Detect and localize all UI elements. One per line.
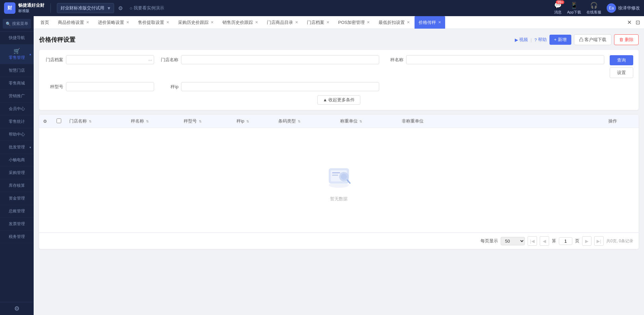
- first-page-button[interactable]: |◀: [528, 236, 537, 246]
- tab-min-discount[interactable]: 最低折扣设置 ✕: [374, 16, 414, 29]
- sort-arrows-icon[interactable]: ⇅: [298, 119, 300, 123]
- set-button[interactable]: 设置: [610, 67, 633, 78]
- help-button[interactable]: ? 帮助: [534, 37, 546, 43]
- content-area: 首页 商品价格设置 ✕ 进价策略设置 ✕ 售价提取设置 ✕ 采购历史价跟踪 ✕ …: [34, 16, 644, 315]
- tab-purchase-strategy[interactable]: 进价策略设置 ✕: [94, 16, 133, 29]
- sort-arrows-icon[interactable]: ⇅: [199, 119, 202, 123]
- store-file-input[interactable]: [66, 55, 154, 64]
- scale-model-label: 秤型号: [44, 84, 63, 90]
- next-page-button[interactable]: ▶: [582, 236, 592, 246]
- empty-state-row: 暂无数据: [39, 128, 639, 233]
- tab-sale-price[interactable]: 售价提取设置 ✕: [134, 16, 173, 29]
- sidebar-settings-button[interactable]: ⚙: [14, 305, 20, 312]
- sidebar-item-retail-stats[interactable]: 零售统计: [0, 115, 34, 128]
- store-name-label: 门店名称: [159, 57, 178, 63]
- page-title: 价格传秤设置: [39, 36, 75, 44]
- sort-arrows-icon[interactable]: ⇅: [146, 119, 149, 123]
- tab-price-scale[interactable]: 价格传秤 ✕: [415, 16, 445, 29]
- table-body: 暂无数据: [39, 128, 639, 233]
- tab-close-icon[interactable]: ✕: [438, 20, 441, 25]
- sidebar-item-wholesale-mgmt[interactable]: 批发管理 ▼: [0, 141, 34, 154]
- download-client-button[interactable]: 凸 客户端下载: [574, 34, 612, 45]
- tab-close-window-button[interactable]: ✕: [626, 19, 633, 26]
- sidebar-item-help[interactable]: 帮助中心: [0, 128, 34, 141]
- scale-name-input[interactable]: [406, 55, 604, 64]
- sort-arrows-icon[interactable]: ⇅: [246, 119, 249, 123]
- message-button[interactable]: 💬 消息 99+: [554, 2, 562, 15]
- online-service-button[interactable]: 🎧 在线客服: [586, 2, 601, 15]
- per-page-select[interactable]: 10 20 50 100: [501, 237, 525, 245]
- tab-goods-price[interactable]: 商品价格设置 ✕: [54, 16, 93, 29]
- sidebar-item-finance-mgmt[interactable]: 资金管理: [0, 192, 34, 205]
- demo-button[interactable]: ○ 我要看实例演示: [130, 5, 164, 11]
- sidebar-item-purchase-mgmt[interactable]: 采购管理: [0, 167, 34, 179]
- scale-ip-input[interactable]: [181, 82, 379, 91]
- sidebar-item-ecommerce[interactable]: 小畅电商: [0, 154, 34, 167]
- page-content: 价格传秤设置 ▶ 视频 | ? 帮助 + 新增 凸 客户端下载: [34, 29, 644, 315]
- page-header-actions: ▶ 视频 | ? 帮助 + 新增 凸 客户端下载 🗑 删除: [515, 34, 639, 45]
- store-file-ellipsis-button[interactable]: ···: [148, 57, 152, 63]
- sidebar-item-tax-mgmt[interactable]: 税务管理: [0, 231, 34, 243]
- sidebar-item-smart-store[interactable]: 智慧门店: [0, 64, 34, 77]
- svg-point-4: [341, 174, 347, 180]
- collapse-button[interactable]: ▲ 收起更多条件: [317, 95, 360, 105]
- th-settings: ⚙: [39, 115, 52, 128]
- search-menu-button[interactable]: 🔍 搜索菜单: [3, 19, 31, 29]
- tab-close-icon[interactable]: ✕: [126, 20, 129, 25]
- select-all-checkbox[interactable]: [57, 118, 61, 123]
- tab-close-icon[interactable]: ✕: [255, 20, 258, 25]
- sidebar-item-marketing[interactable]: 营销推广: [0, 90, 34, 103]
- sidebar-item-general-ledger[interactable]: 总账管理: [0, 205, 34, 218]
- topbar-settings-button[interactable]: ⚙: [118, 5, 123, 11]
- top-bar-right: 💬 消息 99+ 📱 App下载 🎧 在线客服 Ea 徐泽华修改: [554, 2, 640, 15]
- query-button[interactable]: 查询: [610, 55, 633, 65]
- tab-close-icon[interactable]: ✕: [211, 20, 214, 25]
- tab-maximize-button[interactable]: ⊡: [634, 19, 641, 26]
- tab-close-icon[interactable]: ✕: [86, 20, 89, 25]
- settings-col-icon[interactable]: ⚙: [43, 119, 47, 124]
- prev-page-button[interactable]: ◀: [540, 236, 549, 246]
- sort-arrows-icon[interactable]: ⇅: [359, 119, 362, 123]
- tab-sales-history[interactable]: 销售历史价跟踪 ✕: [218, 16, 262, 29]
- divider-vertical: [50, 3, 51, 13]
- sidebar-item-member[interactable]: 会员中心: [0, 103, 34, 115]
- sidebar-item-retail-mgmt[interactable]: 🛒 零售管理 ▲: [0, 44, 34, 64]
- tab-store-file[interactable]: 门店档案 ✕: [303, 16, 333, 29]
- th-weight-unit: 称重单位 ⇅: [336, 115, 398, 128]
- tab-purchase-history[interactable]: 采购历史价跟踪 ✕: [174, 16, 218, 29]
- filter-placeholder: [385, 82, 604, 91]
- sidebar-item-invoice-mgmt[interactable]: 发票管理: [0, 218, 34, 231]
- sidebar-item-quick-nav[interactable]: 快捷导航: [0, 32, 34, 44]
- video-icon: ▶: [515, 37, 518, 42]
- app-download-button[interactable]: 📱 App下载: [567, 2, 581, 15]
- sidebar-item-inventory[interactable]: 库存核算: [0, 179, 34, 192]
- tab-close-icon[interactable]: ✕: [326, 20, 329, 25]
- tab-store-catalog[interactable]: 门店商品目录 ✕: [263, 16, 302, 29]
- tab-close-icon[interactable]: ✕: [407, 20, 410, 25]
- tab-close-icon[interactable]: ✕: [295, 20, 298, 25]
- sort-arrows-icon[interactable]: ⇅: [89, 119, 92, 123]
- tab-close-icon[interactable]: ✕: [367, 20, 370, 25]
- query-set-buttons: 查询 设置: [610, 55, 633, 78]
- page-number-input[interactable]: [559, 237, 572, 245]
- tab-pos-encryption[interactable]: POS加密管理 ✕: [334, 16, 374, 29]
- empty-state-cell: 暂无数据: [39, 128, 639, 233]
- filter-field-scale-model: 秤型号: [44, 82, 154, 91]
- tab-home[interactable]: 首页: [36, 16, 53, 29]
- button-placeholder: [610, 82, 633, 91]
- sidebar-item-retail-mall[interactable]: 零售商城: [0, 77, 34, 90]
- store-name-input[interactable]: [181, 55, 379, 64]
- user-button[interactable]: Ea 徐泽华修改: [607, 3, 640, 13]
- add-button[interactable]: + 新增: [549, 35, 571, 45]
- version-dropdown[interactable]: 好业财标准版交付试用 ▼: [57, 3, 114, 13]
- scale-model-input[interactable]: [66, 82, 154, 91]
- sidebar: 🔍 搜索菜单 快捷导航 🛒 零售管理 ▲ 智慧门店 零售商城 营销推广 会员中心…: [0, 16, 34, 315]
- table-header-row: ⚙ 门店名称 ⇅ 秤名称 ⇅: [39, 115, 639, 128]
- video-button[interactable]: ▶ 视频: [515, 37, 528, 43]
- tab-bar-actions: ✕ ⊡: [626, 19, 641, 26]
- scale-ip-label: 秤ip: [159, 84, 178, 90]
- last-page-button[interactable]: ▶|: [594, 236, 604, 246]
- table-card: ⚙ 门店名称 ⇅ 秤名称 ⇅: [39, 115, 639, 249]
- tab-close-icon[interactable]: ✕: [166, 20, 169, 25]
- delete-button[interactable]: 🗑 删除: [614, 34, 639, 45]
